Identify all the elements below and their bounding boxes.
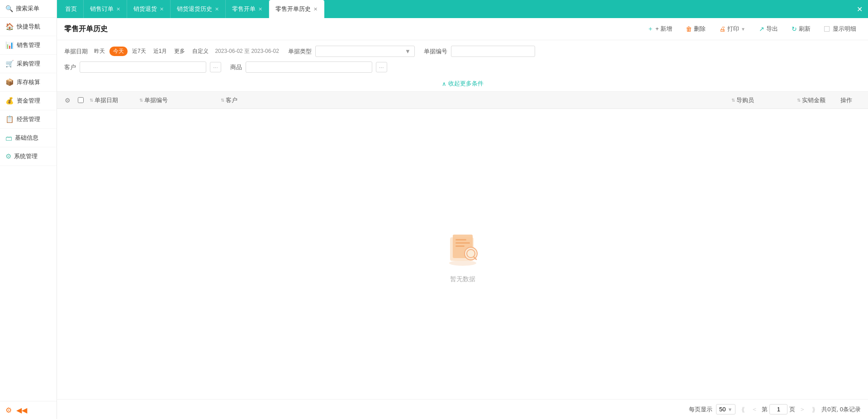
- tab-sales-return[interactable]: 销货退货 ✕: [127, 0, 171, 18]
- chevron-up-icon: ∧: [442, 80, 446, 87]
- sidebar-item-system[interactable]: ⚙ 系统管理: [0, 147, 57, 166]
- sidebar-item-operations[interactable]: 📋 经营管理: [0, 110, 57, 129]
- col-header-date: ⇅ 单据日期: [87, 96, 137, 104]
- filter-area: 单据日期 昨天 今天 近7天 近1月 更多 自定义 2023-06-02 至 2…: [57, 40, 868, 92]
- finance-icon: 💰: [5, 97, 14, 105]
- page-size-select[interactable]: 50 ▼: [716, 404, 735, 414]
- sidebar-item-purchase-mgmt[interactable]: 🛒 采购管理: [0, 55, 57, 73]
- purchase-icon: 🛒: [5, 60, 14, 68]
- sidebar-item-sales-mgmt[interactable]: 📊 销售管理: [0, 36, 57, 55]
- date-btn-1month[interactable]: 近1月: [151, 47, 170, 56]
- bill-no-filter-group: 单据编号: [424, 46, 535, 57]
- content-area: 零售开单历史 ＋ + 新增 🗑 删除 🖨 打印 ▼ ↗ 导出: [57, 18, 868, 419]
- tab-close-retail-open-history[interactable]: ✕: [313, 6, 318, 12]
- col-header-amount: ⇅ 实销金额: [774, 96, 828, 104]
- sidebar-item-label: 快捷导航: [17, 23, 40, 31]
- table-settings-icon[interactable]: ⚙: [61, 97, 74, 104]
- bill-no-input[interactable]: [451, 46, 535, 57]
- print-button[interactable]: 🖨 打印 ▼: [715, 23, 750, 35]
- date-btn-7days[interactable]: 近7天: [129, 47, 149, 56]
- sidebar-item-inventory[interactable]: 📦 库存核算: [0, 73, 57, 92]
- page-prev-btn[interactable]: ＜: [749, 405, 760, 414]
- page-di-label: 第: [762, 405, 768, 414]
- sidebar-item-basic-info[interactable]: 🗃 基础信息: [0, 129, 57, 147]
- sidebar-item-finance[interactable]: 💰 资金管理: [0, 92, 57, 110]
- table-select-all[interactable]: [74, 97, 87, 103]
- select-all-checkbox[interactable]: [78, 97, 84, 103]
- print-arrow-icon: ▼: [741, 27, 745, 32]
- page-number-input[interactable]: [769, 404, 787, 414]
- refresh-icon: ↻: [792, 25, 797, 33]
- sort-icon-billno[interactable]: ⇅: [139, 98, 143, 103]
- date-btn-custom[interactable]: 自定义: [190, 47, 211, 56]
- empty-illustration: [440, 225, 485, 270]
- page-title: 零售开单历史: [64, 24, 108, 34]
- date-btn-today[interactable]: 今天: [109, 47, 128, 56]
- filter-row-2: 客户 ··· 商品 ···: [64, 61, 861, 73]
- tab-retail-open-history[interactable]: 零售开单历史 ✕: [269, 0, 324, 18]
- sort-icon-guide[interactable]: ⇅: [731, 98, 735, 103]
- bill-type-filter-group: 单据类型 ▼: [288, 46, 415, 57]
- window-close-button[interactable]: ✕: [857, 5, 863, 14]
- collapse-label: 收起更多条件: [448, 80, 484, 88]
- tab-retail-open[interactable]: 零售开单 ✕: [226, 0, 269, 18]
- delete-button[interactable]: 🗑 删除: [681, 23, 710, 35]
- sort-icon-amount[interactable]: ⇅: [797, 98, 801, 103]
- customer-search-btn[interactable]: ···: [210, 62, 221, 72]
- tab-close-sales-return-history[interactable]: ✕: [215, 6, 219, 12]
- tab-sales-order[interactable]: 销售订单 ✕: [84, 0, 127, 18]
- add-button[interactable]: ＋ + 新增: [643, 23, 677, 35]
- goods-search-btn[interactable]: ···: [376, 62, 387, 72]
- sidebar-item-quick-nav[interactable]: 🏠 快捷导航: [0, 18, 57, 36]
- table-header: ⚙ ⇅ 单据日期 ⇅ 单据编号 ⇅ 客户 ⇅ 导购员: [57, 92, 868, 109]
- sidebar-search-label: 搜索采单: [16, 5, 39, 13]
- tab-close-sales-return[interactable]: ✕: [160, 6, 164, 12]
- search-icon: 🔍: [5, 5, 13, 12]
- bill-type-select[interactable]: ▼: [315, 46, 415, 57]
- sidebar-item-label: 基础信息: [15, 134, 38, 142]
- sidebar-item-label: 系统管理: [14, 152, 38, 160]
- quick-nav-icon: 🏠: [5, 23, 14, 31]
- date-range-display: 2023-06-02 至 2023-06-02: [215, 47, 279, 55]
- tab-home[interactable]: 首页: [59, 0, 84, 18]
- sidebar: 🔍 搜索采单 🏠 快捷导航 📊 销售管理 🛒 采购管理 📦 库存核算 💰 资金管…: [0, 0, 57, 419]
- empty-state: 暂无数据: [57, 109, 868, 399]
- tab-close-sales-order[interactable]: ✕: [116, 6, 120, 12]
- goods-input[interactable]: [246, 61, 372, 73]
- inventory-icon: 📦: [5, 78, 14, 86]
- toolbar-actions: ＋ + 新增 🗑 删除 🖨 打印 ▼ ↗ 导出 ↻: [643, 23, 861, 35]
- tab-sales-return-history[interactable]: 销货退货历史 ✕: [171, 0, 226, 18]
- export-button[interactable]: ↗ 导出: [754, 23, 783, 35]
- sort-icon-customer[interactable]: ⇅: [221, 98, 224, 103]
- sidebar-bottom: ⚙ ◀◀: [0, 401, 57, 419]
- col-header-guide: ⇅ 导购员: [729, 96, 774, 104]
- empty-text: 暂无数据: [450, 275, 475, 283]
- date-filter-label: 单据日期: [64, 47, 88, 56]
- display-detail-button[interactable]: 显示明细: [820, 23, 861, 35]
- date-btn-more[interactable]: 更多: [171, 47, 188, 56]
- add-icon: ＋: [647, 25, 654, 33]
- pagination: 每页显示 50 ▼ ⟪ ＜ 第 页 ＞ ⟫ 共0页, 0条记录: [57, 399, 868, 419]
- tab-close-retail-open[interactable]: ✕: [258, 6, 262, 12]
- main-content: 首页 销售订单 ✕ 销货退货 ✕ 销货退货历史 ✕ 零售开单 ✕ 零售开单历史 …: [57, 0, 868, 419]
- page-size-label: 每页显示: [689, 405, 712, 414]
- sidebar-item-label: 资金管理: [17, 97, 40, 105]
- table-area: ⚙ ⇅ 单据日期 ⇅ 单据编号 ⇅ 客户 ⇅ 导购员: [57, 92, 868, 399]
- refresh-button[interactable]: ↻ 刷新: [787, 23, 815, 35]
- bill-type-arrow-icon: ▼: [405, 48, 411, 55]
- sort-icon[interactable]: ⇅: [90, 98, 93, 103]
- date-filter-group: 单据日期 昨天 今天 近7天 近1月 更多 自定义 2023-06-02 至 2…: [64, 47, 279, 56]
- bill-type-label: 单据类型: [288, 47, 312, 56]
- svg-point-0: [449, 260, 476, 266]
- collapse-filter-row[interactable]: ∧ 收起更多条件: [64, 77, 861, 91]
- page-first-btn[interactable]: ⟪: [739, 405, 747, 414]
- page-next-btn[interactable]: ＞: [797, 405, 808, 414]
- collapse-sidebar-icon[interactable]: ◀◀: [16, 406, 27, 414]
- sidebar-search[interactable]: 🔍 搜索采单: [0, 0, 57, 18]
- customer-label: 客户: [64, 63, 76, 71]
- customer-input[interactable]: [80, 61, 206, 73]
- date-btn-yesterday[interactable]: 昨天: [91, 47, 108, 56]
- page-last-btn[interactable]: ⟫: [810, 405, 818, 414]
- settings-icon[interactable]: ⚙: [5, 406, 12, 414]
- display-check-icon: [824, 26, 830, 32]
